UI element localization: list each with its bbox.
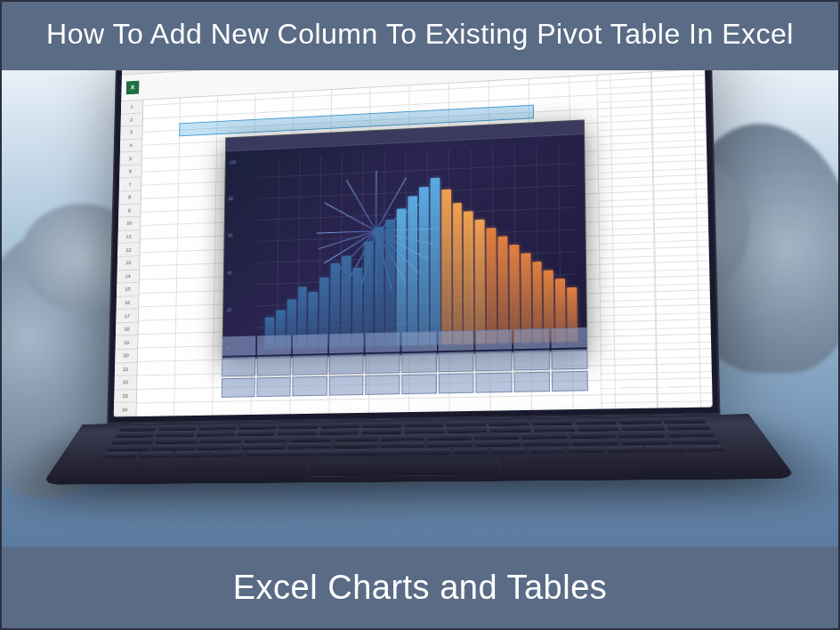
table-cell	[328, 354, 363, 375]
keyboard-key	[362, 422, 401, 428]
table-cell	[365, 332, 400, 352]
keyboard-key	[288, 436, 332, 442]
keyboard-key	[380, 441, 424, 448]
laptop-keyboard-base	[42, 414, 796, 484]
keyboard-key	[103, 452, 139, 458]
chart-bar	[375, 227, 384, 346]
keyboard-key	[577, 425, 620, 432]
table-cell	[257, 377, 291, 397]
keyboard-key	[320, 423, 359, 429]
row-number: 16	[117, 296, 139, 311]
row-number: 17	[116, 310, 138, 324]
data-cell	[657, 372, 712, 388]
table-cell	[257, 335, 291, 355]
chart-bar	[431, 178, 440, 345]
keyboard-key	[115, 432, 155, 438]
chart-bar	[385, 220, 395, 346]
keyboard-key	[473, 433, 519, 440]
keyboard-key	[196, 431, 236, 437]
table-cell	[551, 327, 587, 348]
row-number: 1	[121, 101, 143, 115]
keyboard-key	[155, 438, 198, 444]
keyboard-key	[279, 424, 319, 430]
keyboard-key	[319, 429, 359, 435]
keyboard-key	[174, 451, 209, 457]
table-cell	[513, 372, 550, 392]
keyboard-key	[335, 435, 378, 441]
y-axis-label: 80	[229, 196, 254, 202]
keyboard	[103, 417, 725, 458]
keyboard-key	[474, 440, 521, 447]
data-columns	[596, 70, 712, 409]
chart-plot-area: 100806040200	[222, 134, 586, 359]
chart-bar	[509, 245, 520, 343]
footer-banner: Excel Charts and Tables	[2, 547, 838, 628]
keyboard-key	[669, 438, 720, 445]
row-number: 21	[115, 363, 137, 377]
keyboard-key	[138, 452, 174, 458]
keyboard-key	[361, 428, 401, 434]
keyboard-key	[644, 446, 684, 453]
keyboard-key	[381, 435, 424, 441]
laptop-screen: File Home Insert Page Layout Formulas Da…	[107, 70, 720, 424]
data-cell	[601, 301, 655, 317]
keyboard-key	[569, 432, 617, 439]
chart-y-axis: 100806040200	[226, 159, 254, 351]
y-axis-label: 60	[228, 232, 253, 238]
row-number: 2	[121, 113, 143, 127]
keyboard-key	[245, 448, 450, 457]
y-axis-label: 100	[229, 159, 254, 166]
keyboard-key	[241, 443, 286, 449]
keyboard-key	[155, 432, 195, 438]
keyboard-key	[151, 445, 196, 451]
row-number: 6	[119, 165, 141, 179]
row-number: 14	[117, 270, 139, 284]
row-number: 24	[114, 403, 136, 417]
data-cell	[601, 315, 655, 331]
keyboard-key	[570, 440, 619, 446]
keyboard-key	[666, 431, 715, 437]
keyboard-key	[196, 444, 240, 450]
table-cell	[476, 351, 512, 371]
excel-window: File Home Insert Page Layout Formulas Da…	[114, 70, 713, 417]
table-cell	[222, 336, 255, 356]
hero-illustration: File Home Insert Page Layout Formulas Da…	[2, 70, 838, 547]
keyboard-key	[522, 440, 569, 446]
table-cell	[513, 350, 550, 370]
data-cell	[655, 284, 710, 300]
table-cell	[365, 375, 400, 395]
data-cell	[656, 328, 711, 344]
table-cell	[293, 335, 327, 355]
data-cell	[602, 388, 656, 404]
table-cell	[328, 376, 363, 396]
table-cell	[439, 330, 474, 351]
keyboard-key	[238, 424, 278, 430]
y-axis-label: 40	[228, 270, 253, 276]
chart-bar	[453, 203, 463, 344]
keyboard-key	[617, 432, 666, 438]
data-cell	[656, 313, 711, 329]
table-cell	[401, 352, 437, 373]
keyboard-key	[574, 419, 618, 425]
keyboard-key	[198, 424, 238, 431]
keyboard-key	[334, 442, 378, 448]
row-number: 11	[117, 230, 140, 245]
table-cell	[401, 374, 437, 394]
keyboard-key	[618, 418, 662, 424]
table-cell	[222, 378, 255, 398]
chart-bar	[408, 196, 417, 345]
bottom-data-table	[222, 327, 588, 398]
table-cell	[439, 351, 474, 372]
row-number: 9	[118, 204, 141, 218]
chart-bar	[487, 228, 497, 343]
table-cell	[293, 355, 327, 376]
table-cell	[222, 357, 255, 376]
row-number: 23	[114, 390, 136, 404]
keyboard-key	[490, 448, 527, 454]
footer-title: Excel Charts and Tables	[233, 569, 608, 606]
table-cell	[476, 329, 512, 350]
row-number: 3	[120, 126, 142, 141]
keyboard-key	[620, 424, 666, 431]
keyboard-key	[489, 426, 531, 432]
table-cell	[439, 374, 474, 394]
